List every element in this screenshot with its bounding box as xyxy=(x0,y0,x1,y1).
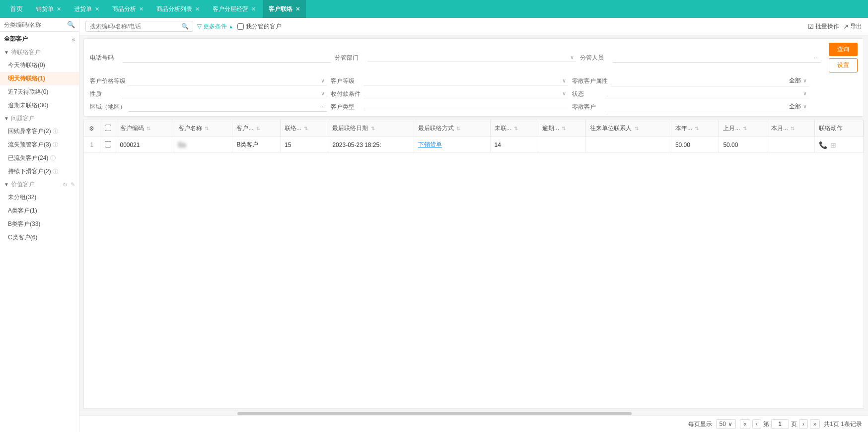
next-page-btn[interactable]: › xyxy=(799,419,808,429)
grid-action-icon[interactable]: ⊞ xyxy=(830,141,836,149)
filter-manager-dots[interactable]: ··· xyxy=(814,54,819,61)
close-sales-icon[interactable]: ✕ xyxy=(57,6,61,12)
scroll-thumb xyxy=(237,412,632,415)
col-last-contact-date[interactable]: 最后联络日期 ⇅ xyxy=(328,120,414,137)
settings-button[interactable]: 设置 xyxy=(829,58,858,72)
col-last-contact-method[interactable]: 最后联络方式 ⇅ xyxy=(414,120,490,137)
my-customers-filter[interactable]: 我分管的客户 xyxy=(237,22,282,31)
col-this-month[interactable]: 本月... ⇅ xyxy=(767,120,814,137)
nav-analysis-list[interactable]: 商品分析列表 ✕ xyxy=(150,0,206,18)
export-btn[interactable]: ↗ 导出 xyxy=(843,22,862,31)
row-checkbox[interactable] xyxy=(105,141,111,147)
sidebar-item-overdue-pending[interactable]: 逾期未联络(30) xyxy=(0,99,79,112)
cell-overdue xyxy=(538,137,585,153)
sort-overdue-icon: ⇅ xyxy=(562,126,566,131)
close-analysis-list-icon[interactable]: ✕ xyxy=(195,6,200,12)
filter-manager-select[interactable]: ··· xyxy=(613,53,821,63)
select-all-checkbox[interactable] xyxy=(105,125,111,131)
sidebar-item-churn-warning[interactable]: 流失预警客户(3) ⓘ xyxy=(0,138,79,151)
nav-customer-contact[interactable]: 客户联络 ✕ xyxy=(263,0,306,18)
top-navigation: 首页 销货单 ✕ 进货单 ✕ 商品分析 ✕ 商品分析列表 ✕ 客户分层经营 ✕ … xyxy=(0,0,868,18)
filter-retail-label: 零散客户 xyxy=(572,103,602,111)
filter-retail-select[interactable]: 全部 ∨ xyxy=(605,101,809,112)
nav-purchase[interactable]: 进货单 ✕ xyxy=(68,0,105,18)
close-customer-tier-icon[interactable]: ✕ xyxy=(251,6,256,12)
sort-type-icon: ⇅ xyxy=(256,126,260,131)
col-uncontacted[interactable]: 未联... ⇅ xyxy=(490,120,538,137)
filter-retail-attr-select[interactable]: 全部 ∨ xyxy=(611,75,809,86)
value-edit-icon[interactable]: ✎ xyxy=(71,181,75,188)
nav-home[interactable]: 首页 xyxy=(4,0,29,18)
filter-region-dots[interactable]: ··· xyxy=(320,103,325,110)
cell-last-contact-method[interactable]: 下销货单 xyxy=(414,137,490,153)
last-contact-method-link[interactable]: 下销货单 xyxy=(418,141,442,148)
more-filters-btn[interactable]: ▽ 更多条件 ▲ xyxy=(197,22,233,31)
sidebar-item-declining[interactable]: 持续下滑客户(2) ⓘ xyxy=(0,165,79,178)
sort-month-icon: ⇅ xyxy=(791,126,795,131)
close-purchase-icon[interactable]: ✕ xyxy=(95,6,99,12)
first-page-btn[interactable]: « xyxy=(740,419,750,429)
filter-region-select[interactable]: ··· xyxy=(129,102,327,112)
last-page-btn[interactable]: » xyxy=(810,419,820,429)
sidebar-item-today-pending[interactable]: 今天待联络(0) xyxy=(0,59,79,72)
toolbar-search-input[interactable] xyxy=(90,23,179,30)
col-code[interactable]: 客户编码 ⇅ xyxy=(116,120,174,137)
col-last-month[interactable]: 上月... ⇅ xyxy=(719,120,767,137)
collapse-icon[interactable]: « xyxy=(72,36,75,42)
col-actions: 联络动作 xyxy=(815,120,864,137)
filter-status-select[interactable]: ∨ xyxy=(605,89,809,98)
batch-op-btn[interactable]: ☑ 批量操作 xyxy=(808,22,839,31)
col-checkbox[interactable] xyxy=(100,120,116,137)
filter-price-level-select[interactable]: ∨ xyxy=(129,76,327,85)
sidebar-item-class-c[interactable]: C类客户(6) xyxy=(0,231,79,244)
horizontal-scrollbar[interactable] xyxy=(79,411,868,416)
sidebar-item-ungrouped[interactable]: 未分组(32) xyxy=(0,191,79,204)
cell-actions: 📞 ⊞ xyxy=(815,137,864,153)
chevron-up-icon: ▲ xyxy=(228,24,233,29)
per-page-select[interactable]: 50 ∨ xyxy=(716,419,736,429)
sidebar-item-class-a[interactable]: A类客户(1) xyxy=(0,204,79,217)
phone-action-icon[interactable]: 📞 xyxy=(819,141,827,149)
col-type[interactable]: 客户... ⇅ xyxy=(232,120,280,137)
sidebar-all-customers[interactable]: 全部客户 « xyxy=(0,32,79,46)
filter-nature-select[interactable]: ∨ xyxy=(123,89,327,98)
sidebar-item-repurchase-abnormal[interactable]: 回购异常客户(2) ⓘ xyxy=(0,125,79,138)
toolbar-search-icon[interactable]: 🔍 xyxy=(181,23,189,30)
query-button[interactable]: 查询 xyxy=(829,43,858,56)
filter-phone-label: 电话号码 xyxy=(90,54,120,62)
cell-num: 1 xyxy=(84,137,100,153)
col-this-year[interactable]: 本年... ⇅ xyxy=(671,120,719,137)
col-overdue[interactable]: 逾期... ⇅ xyxy=(538,120,585,137)
cell-this-month xyxy=(767,137,814,153)
sidebar-item-7days-pending[interactable]: 近7天待联络(0) xyxy=(0,85,79,99)
value-refresh-icon[interactable]: ↻ xyxy=(63,181,68,188)
nav-customer-tier[interactable]: 客户分层经营 ✕ xyxy=(207,0,262,18)
filter-payment-select[interactable]: ∨ xyxy=(363,89,568,98)
sidebar-search-icon[interactable]: 🔍 xyxy=(67,21,75,28)
sidebar-item-tomorrow-pending[interactable]: 明天待联络(1) xyxy=(0,72,79,85)
nav-analysis[interactable]: 商品分析 ✕ xyxy=(106,0,149,18)
sidebar-search-input[interactable] xyxy=(4,21,65,28)
sidebar-group-pending[interactable]: ▼ 待联络客户 xyxy=(0,46,79,59)
filter-dept-select[interactable]: ∨ xyxy=(367,53,576,62)
col-contacts[interactable]: 联络... ⇅ xyxy=(280,120,328,137)
filter-customer-type-select[interactable] xyxy=(363,106,568,108)
close-analysis-icon[interactable]: ✕ xyxy=(139,6,144,12)
cell-checkbox[interactable] xyxy=(100,137,116,153)
page-number-input[interactable] xyxy=(771,419,789,429)
sidebar-group-value[interactable]: ▼ 价值客户 ↻ ✎ xyxy=(0,178,79,191)
sidebar-item-class-b[interactable]: B类客户(33) xyxy=(0,217,79,231)
my-customers-checkbox[interactable] xyxy=(237,23,244,30)
sidebar-item-churned[interactable]: 已流失客户(24) ⓘ xyxy=(0,151,79,165)
filter-row-3: 性质 ∨ 收付款条件 ∨ 状态 xyxy=(90,89,858,98)
prev-page-btn[interactable]: ‹ xyxy=(752,419,761,429)
filter-phone-input[interactable] xyxy=(123,53,331,63)
col-settings[interactable]: ⚙ xyxy=(84,120,100,137)
filter-customer-level-select[interactable]: ∨ xyxy=(363,76,568,85)
cell-contacts: 15 xyxy=(280,137,328,153)
col-unit-contact[interactable]: 往来单位联系人 ⇅ xyxy=(586,120,671,137)
nav-sales[interactable]: 销货单 ✕ xyxy=(30,0,67,18)
sidebar-group-problem[interactable]: ▼ 问题客户 xyxy=(0,112,79,125)
col-name[interactable]: 客户名称 ⇅ xyxy=(174,120,232,137)
close-customer-contact-icon[interactable]: ✕ xyxy=(295,6,300,12)
